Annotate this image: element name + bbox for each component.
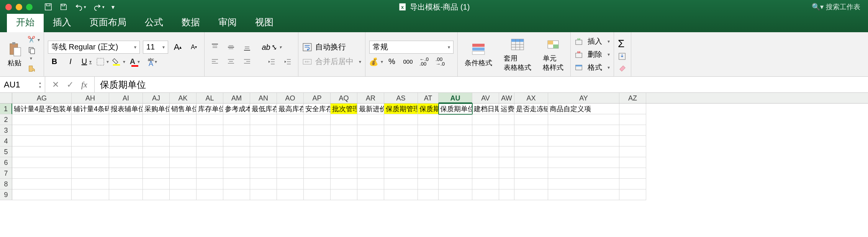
cell-AG6[interactable] xyxy=(12,157,72,168)
spreadsheet-grid[interactable]: AGAHAIAJAKALAMANAOAPAQARASATAUAVAWAXAYAZ… xyxy=(0,93,868,200)
column-header-AM[interactable]: AM xyxy=(223,93,250,103)
conditional-format-button[interactable]: 条件格式 xyxy=(462,35,495,74)
cell-AP2[interactable] xyxy=(304,114,331,125)
cell-AK9[interactable] xyxy=(170,189,197,200)
cell-AP9[interactable] xyxy=(304,189,331,200)
cell-AG1[interactable]: 辅计量4是否包装单位 xyxy=(12,104,72,114)
cell-AM6[interactable] xyxy=(223,157,250,168)
cell-AO4[interactable] xyxy=(277,136,304,146)
cell-AT6[interactable] xyxy=(418,157,439,168)
cell-AM3[interactable] xyxy=(223,125,250,136)
cell-AX3[interactable] xyxy=(514,125,548,136)
cell-AZ8[interactable] xyxy=(619,179,646,189)
cell-AT3[interactable] xyxy=(418,125,439,136)
cut-icon[interactable]: ✂️▾ xyxy=(28,36,40,43)
insert-cells-button[interactable]: +插入▾ xyxy=(575,36,610,47)
cell-AI4[interactable] xyxy=(109,136,143,146)
cell-AR9[interactable] xyxy=(357,189,384,200)
cell-AN6[interactable] xyxy=(250,157,277,168)
format-cells-button[interactable]: 格式▾ xyxy=(575,62,610,73)
cell-AO7[interactable] xyxy=(277,168,304,179)
cell-AT4[interactable] xyxy=(418,136,439,146)
cell-AN8[interactable] xyxy=(250,179,277,189)
cell-AG8[interactable] xyxy=(12,179,72,189)
align-left-icon[interactable] xyxy=(208,55,221,68)
cell-AG4[interactable] xyxy=(12,136,72,146)
cell-AG7[interactable] xyxy=(12,168,72,179)
cell-AX8[interactable] xyxy=(514,179,548,189)
decrease-indent-icon[interactable] xyxy=(265,55,278,68)
increase-indent-icon[interactable] xyxy=(281,55,294,68)
align-middle-icon[interactable] xyxy=(224,41,237,54)
cell-AN1[interactable]: 最低库存 xyxy=(250,104,277,114)
cell-AM7[interactable] xyxy=(223,168,250,179)
cell-AK2[interactable] xyxy=(170,114,197,125)
cell-AX4[interactable] xyxy=(514,136,548,146)
cell-AP1[interactable]: 安全库存 xyxy=(304,104,331,114)
cell-AZ1[interactable] xyxy=(619,104,646,114)
cell-AS7[interactable] xyxy=(384,168,418,179)
format-as-table-button[interactable]: 套用 表格格式 xyxy=(501,35,534,74)
autosave-icon[interactable] xyxy=(44,3,52,11)
cell-AU3[interactable] xyxy=(439,125,472,136)
save-icon[interactable] xyxy=(59,3,68,11)
cell-AO9[interactable] xyxy=(277,189,304,200)
cell-AN3[interactable] xyxy=(250,125,277,136)
cell-AS2[interactable] xyxy=(384,114,418,125)
autosum-icon[interactable]: Σ xyxy=(618,38,627,50)
cell-AM2[interactable] xyxy=(223,114,250,125)
clear-icon[interactable] xyxy=(618,63,627,71)
tab-page-layout[interactable]: 页面布局 xyxy=(80,12,136,32)
cell-AO5[interactable] xyxy=(277,146,304,157)
cell-AI2[interactable] xyxy=(109,114,143,125)
delete-cells-button[interactable]: ×删除▾ xyxy=(575,49,610,60)
cell-AM5[interactable] xyxy=(223,146,250,157)
cell-AJ9[interactable] xyxy=(143,189,170,200)
cell-AI7[interactable] xyxy=(109,168,143,179)
cell-AR6[interactable] xyxy=(357,157,384,168)
cell-AT1[interactable]: 保质期 xyxy=(418,104,439,114)
column-header-AG[interactable]: AG xyxy=(12,93,72,103)
column-header-AJ[interactable]: AJ xyxy=(143,93,170,103)
cell-AS3[interactable] xyxy=(384,125,418,136)
cell-AL3[interactable] xyxy=(197,125,223,136)
cell-AJ4[interactable] xyxy=(143,136,170,146)
cell-AH9[interactable] xyxy=(72,189,109,200)
zoom-window-button[interactable] xyxy=(26,4,33,10)
cell-AJ3[interactable] xyxy=(143,125,170,136)
cell-AY9[interactable] xyxy=(548,189,619,200)
select-all-corner[interactable] xyxy=(0,93,12,104)
cell-AP3[interactable] xyxy=(304,125,331,136)
cell-AW7[interactable] xyxy=(499,168,514,179)
row-header-8[interactable]: 8 xyxy=(0,179,12,189)
column-header-AR[interactable]: AR xyxy=(357,93,384,103)
cell-AY8[interactable] xyxy=(548,179,619,189)
undo-icon[interactable]: ▾ xyxy=(75,3,86,11)
increase-font-icon[interactable]: A▴ xyxy=(171,41,184,54)
paste-button[interactable]: 粘贴 xyxy=(4,35,25,74)
cell-AY4[interactable] xyxy=(548,136,619,146)
cell-AY7[interactable] xyxy=(548,168,619,179)
percent-icon[interactable]: % xyxy=(385,55,398,68)
row-header-7[interactable]: 7 xyxy=(0,168,12,179)
cell-AW5[interactable] xyxy=(499,146,514,157)
italic-button[interactable]: I xyxy=(64,55,77,68)
cell-AG3[interactable] xyxy=(12,125,72,136)
column-header-AP[interactable]: AP xyxy=(304,93,331,103)
cell-AS4[interactable] xyxy=(384,136,418,146)
cell-AU7[interactable] xyxy=(439,168,472,179)
cell-AV9[interactable] xyxy=(472,189,499,200)
cell-AT8[interactable] xyxy=(418,179,439,189)
orientation-icon[interactable]: ab⤡▾ xyxy=(265,41,278,54)
cell-AY6[interactable] xyxy=(548,157,619,168)
cell-AX5[interactable] xyxy=(514,146,548,157)
cell-AV4[interactable] xyxy=(472,136,499,146)
cell-AT7[interactable] xyxy=(418,168,439,179)
cell-AS8[interactable] xyxy=(384,179,418,189)
row-header-5[interactable]: 5 xyxy=(0,146,12,157)
row-header-4[interactable]: 4 xyxy=(0,136,12,146)
column-header-AZ[interactable]: AZ xyxy=(619,93,646,103)
cell-AJ6[interactable] xyxy=(143,157,170,168)
cell-AO6[interactable] xyxy=(277,157,304,168)
copy-icon[interactable]: ▾ xyxy=(28,46,40,61)
